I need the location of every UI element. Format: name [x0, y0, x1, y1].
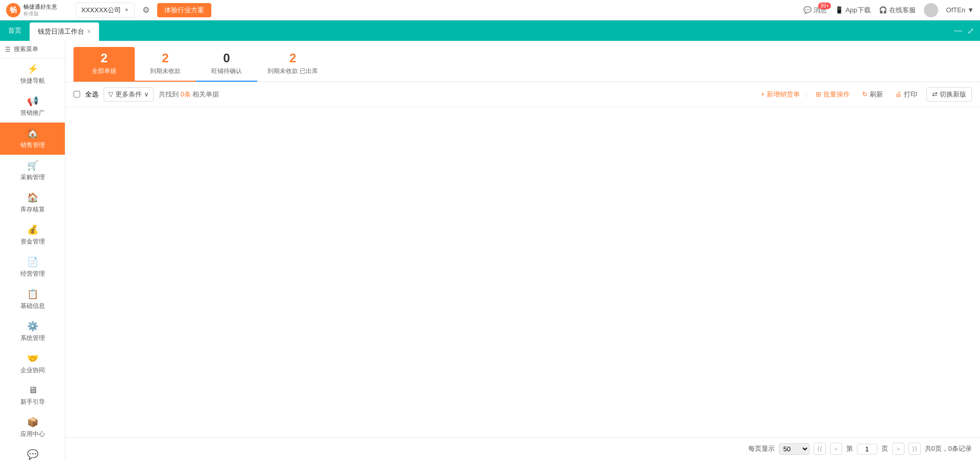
- main-layout: ☰ 搜索菜单 ⚡ 快捷导航 📢 营销推广 🏠 销售管理 🛒 采购管理 🏠 库存核…: [0, 41, 980, 460]
- switch-version-button[interactable]: ⇄ 切换新版: [926, 87, 972, 102]
- tab-underline-blue: [196, 81, 257, 82]
- sidebar-item-app-center[interactable]: 📦 应用中心: [0, 411, 65, 444]
- filter-icon: ▽: [108, 90, 113, 98]
- toolbar-left: 全选 ▽ 更多条件 ∨ 共找到 0条 相关单据: [74, 87, 219, 102]
- sidebar-item-beginner[interactable]: 🖥 新手引导: [0, 380, 65, 411]
- stats-tabs: 2 全部单据 2 到期未收款 0 旺铺待确认 2 到期未收款 已出库: [65, 41, 980, 82]
- company-selector[interactable]: XXXXXX公司 ▼: [76, 3, 135, 18]
- tab-minimize-icon[interactable]: —: [954, 26, 962, 35]
- app-center-icon: 📦: [27, 417, 38, 428]
- company-name: XXXXXX公司: [81, 6, 121, 15]
- sidebar-item-base-info[interactable]: 📋 基础信息: [0, 283, 65, 316]
- pagination: 每页显示 10 20 50 100 ⟨⟨ ＜ 第 页 ＞ ⟩⟩ 共0页，0条记录: [65, 437, 980, 460]
- settings-icon[interactable]: ⚙: [139, 3, 153, 17]
- app-download-button[interactable]: 📱 App下载: [835, 6, 870, 15]
- per-page-label: 每页显示: [748, 444, 775, 453]
- tab-workspace[interactable]: 钱货日清工作台 ×: [30, 22, 99, 41]
- sidebar-item-wechat[interactable]: 💬 企业微信: [0, 444, 65, 460]
- top-header: 畅 畅捷通好生意 标准版 XXXXXX公司 ▼ ⚙ 体验行业方案 💬 消息 99…: [0, 0, 980, 20]
- user-chevron-icon: ▼: [967, 6, 974, 14]
- sidebar-item-system[interactable]: ⚙️ 系统管理: [0, 316, 65, 348]
- search-icon: ☰: [5, 46, 11, 53]
- sales-icon: 🏠: [27, 128, 38, 139]
- new-order-button[interactable]: + 新增销货单: [761, 90, 800, 99]
- stat-tab-overdue-out[interactable]: 2 到期未收款 已出库: [257, 47, 328, 82]
- batch-icon: ⊞: [816, 90, 821, 98]
- download-icon: 📱: [835, 6, 843, 14]
- sidebar-item-purchase[interactable]: 🛒 采购管理: [0, 155, 65, 187]
- sidebar-item-marketing[interactable]: 📢 营销推广: [0, 90, 65, 123]
- refresh-button[interactable]: ↻ 刷新: [859, 88, 886, 101]
- inventory-icon: 🏠: [27, 192, 38, 203]
- total-label: 共0页，0条记录: [925, 444, 972, 453]
- sidebar-item-operations[interactable]: 📄 经营管理: [0, 251, 65, 283]
- sidebar-item-enterprise[interactable]: 🤝 企业协同: [0, 348, 65, 380]
- message-icon: 💬: [803, 6, 812, 14]
- per-page-select[interactable]: 10 20 50 100: [779, 443, 810, 455]
- chevron-down-icon: ▼: [124, 7, 129, 13]
- purchase-icon: 🛒: [27, 160, 38, 171]
- logo-text: 畅捷通好生意 标准版: [23, 3, 57, 17]
- tab-bar-actions: — ⤢: [954, 26, 980, 36]
- beginner-icon: 🖥: [28, 385, 37, 396]
- toolbar-right: + 新增销货单 ⊞ 批量操作 ↻ 刷新 🖨 打印 ⇄ 切换新版: [761, 87, 972, 102]
- page-label: 第: [846, 444, 853, 453]
- prev-page-button[interactable]: ＜: [830, 443, 842, 455]
- batch-operation-button[interactable]: ⊞ 批量操作: [813, 88, 853, 101]
- page-input[interactable]: [857, 444, 877, 454]
- base-info-icon: 📋: [27, 288, 38, 300]
- filter-chevron-icon: ∨: [144, 90, 149, 98]
- select-all-label: 全选: [85, 90, 99, 99]
- user-name[interactable]: OfTEn ▼: [946, 6, 974, 14]
- enterprise-icon: 🤝: [27, 353, 38, 364]
- logo-area: 畅 畅捷通好生意 标准版: [6, 3, 71, 17]
- divider: [806, 91, 806, 98]
- tab-bar: 首页 钱货日清工作台 × — ⤢: [0, 20, 980, 41]
- sidebar-item-inventory[interactable]: 🏠 库存核算: [0, 187, 65, 219]
- service-icon: 🎧: [879, 6, 887, 14]
- tab-close-icon[interactable]: ×: [87, 28, 91, 35]
- message-badge: 99+: [818, 3, 831, 9]
- first-page-button[interactable]: ⟨⟨: [814, 443, 826, 455]
- logo-icon: 畅: [6, 3, 20, 17]
- wechat-icon: 💬: [27, 449, 38, 460]
- filter-button[interactable]: ▽ 更多条件 ∨: [104, 87, 154, 102]
- select-all-checkbox[interactable]: [74, 91, 80, 98]
- sidebar-item-sales[interactable]: 🏠 销售管理: [0, 123, 65, 155]
- stat-tab-wangpu[interactable]: 0 旺铺待确认: [196, 47, 257, 82]
- print-button[interactable]: 🖨 打印: [892, 88, 920, 101]
- refresh-icon: ↻: [862, 90, 868, 98]
- sidebar: ☰ 搜索菜单 ⚡ 快捷导航 📢 营销推广 🏠 销售管理 🛒 采购管理 🏠 库存核…: [0, 41, 65, 460]
- quick-nav-icon: ⚡: [27, 63, 38, 75]
- header-right: 💬 消息 99+ 📱 App下载 🎧 在线客服 OfTEn ▼: [803, 3, 974, 17]
- finance-icon: 💰: [27, 224, 38, 235]
- result-text: 共找到 0条 相关单据: [159, 90, 219, 99]
- table-area: [65, 107, 980, 437]
- stat-tab-overdue[interactable]: 2 到期未收款: [135, 47, 196, 82]
- sidebar-item-quick-nav[interactable]: ⚡ 快捷导航: [0, 58, 65, 90]
- avatar[interactable]: [924, 3, 938, 17]
- trial-button[interactable]: 体验行业方案: [157, 3, 211, 17]
- marketing-icon: 📢: [27, 95, 38, 107]
- switch-icon: ⇄: [932, 90, 938, 98]
- tab-underline-orange: [135, 81, 196, 82]
- stat-tab-all[interactable]: 2 全部单据: [74, 47, 135, 82]
- sidebar-item-finance[interactable]: 💰 资金管理: [0, 219, 65, 251]
- system-icon: ⚙️: [27, 321, 38, 332]
- tab-home[interactable]: 首页: [0, 20, 30, 41]
- page-suffix: 页: [881, 444, 888, 453]
- next-page-button[interactable]: ＞: [892, 443, 904, 455]
- message-button[interactable]: 💬 消息 99+: [803, 6, 827, 15]
- last-page-button[interactable]: ⟩⟩: [909, 443, 921, 455]
- search-menu-item[interactable]: ☰ 搜索菜单: [0, 41, 65, 58]
- online-service-button[interactable]: 🎧 在线客服: [879, 6, 916, 15]
- content-area: 2 全部单据 2 到期未收款 0 旺铺待确认 2 到期未收款 已出库 全选: [65, 41, 980, 460]
- print-icon: 🖨: [895, 90, 902, 98]
- toolbar: 全选 ▽ 更多条件 ∨ 共找到 0条 相关单据 + 新增销货单 ⊞ 批量操作: [65, 82, 980, 107]
- operations-icon: 📄: [27, 256, 38, 268]
- tab-expand-icon[interactable]: ⤢: [967, 26, 974, 36]
